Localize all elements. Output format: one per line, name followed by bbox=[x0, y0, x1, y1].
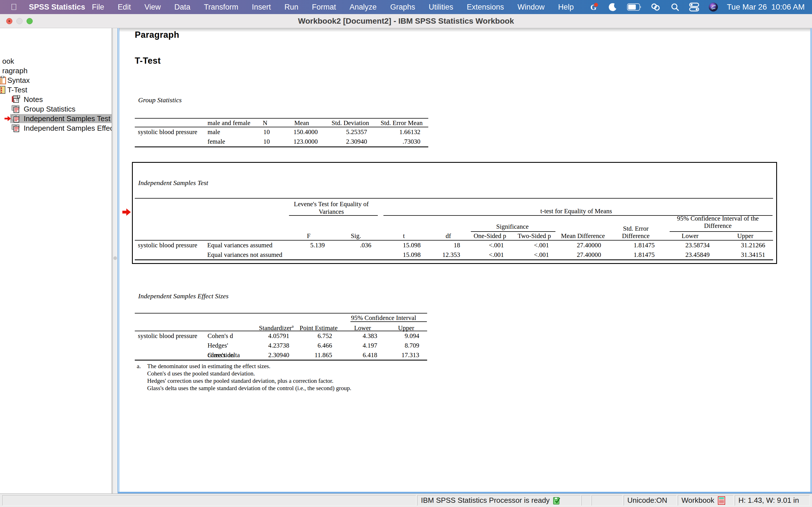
cursor-dimensions-text: H: 1.43, W: 9.01 in bbox=[735, 496, 802, 505]
col-header-lower: Lower bbox=[663, 232, 718, 240]
menu-items: File Edit View Data Transform Insert Run… bbox=[85, 0, 580, 14]
status-processor-cell: IBM SPSS Statistics Processor is ready bbox=[417, 495, 581, 506]
menu-analyze[interactable]: Analyze bbox=[343, 0, 384, 14]
menu-window[interactable]: Window bbox=[511, 0, 552, 14]
table-row: Glass's delta 2.30940 11.865 6.418 17.31… bbox=[135, 350, 427, 360]
menu-bar:  SPSS Statistics File Edit View Data Tr… bbox=[0, 0, 812, 14]
status-cell-small-2 bbox=[592, 495, 622, 506]
col-header-group: male and female bbox=[205, 119, 252, 127]
ttest-output-icon bbox=[0, 86, 7, 94]
sidebar-item-group-statistics[interactable]: Group Statistics bbox=[0, 104, 112, 114]
table-row: Hedges' correction 4.23738 6.466 4.197 8… bbox=[135, 341, 427, 350]
workbook-mode-text: Workbook bbox=[678, 496, 718, 505]
col-header-standardizer: Standardizera bbox=[255, 323, 297, 332]
sidebar-item-independent-samples-effect-sizes[interactable]: Independent Samples Effec bbox=[0, 123, 112, 133]
menu-edit[interactable]: Edit bbox=[111, 0, 138, 14]
col-header-one-sided-p: One-Sided p bbox=[468, 232, 512, 240]
sidebar-item-workbook[interactable]: ook bbox=[0, 56, 112, 66]
col-header-sig: Sig. bbox=[333, 232, 379, 240]
status-cell-empty bbox=[2, 495, 416, 506]
table-row: systolic blood pressure Equal variances … bbox=[135, 240, 773, 250]
col-header-df: df bbox=[428, 232, 468, 240]
menu-format[interactable]: Format bbox=[305, 0, 343, 14]
output-heading-paragraph: Paragraph bbox=[135, 30, 179, 40]
svg-text:i: i bbox=[14, 99, 15, 103]
battery-icon[interactable] bbox=[627, 2, 642, 12]
apple-menu-icon[interactable]:  bbox=[11, 0, 17, 14]
do-not-disturb-moon-icon[interactable] bbox=[608, 2, 618, 12]
menu-graphs[interactable]: Graphs bbox=[384, 0, 422, 14]
effect-sizes-footnotes: a. The denominator used in estimating th… bbox=[137, 362, 351, 392]
spss-workbook-window:  SPSS Statistics File Edit View Data Tr… bbox=[0, 0, 812, 507]
status-dimensions-cell: H: 1.43, W: 9.01 in bbox=[735, 495, 810, 506]
col-header-std-error-difference: Std. Error Difference bbox=[609, 225, 663, 240]
menu-data[interactable]: Data bbox=[167, 0, 197, 14]
spanner-ttest: t-test for Equality of Means bbox=[379, 207, 773, 215]
table-row: systolic blood pressure male 10 150.4000… bbox=[135, 127, 428, 137]
selected-output-arrow-icon bbox=[122, 209, 131, 216]
splitter-grip[interactable] bbox=[113, 256, 117, 260]
group-statistics-table: male and female N Mean Std. Deviation St… bbox=[135, 118, 428, 147]
menu-extensions[interactable]: Extensions bbox=[460, 0, 511, 14]
col-header-n: N bbox=[252, 119, 278, 127]
workbook-mode-icon bbox=[718, 496, 725, 505]
menu-transform[interactable]: Transform bbox=[197, 0, 245, 14]
processor-ready-icon bbox=[553, 496, 561, 505]
spotlight-search-icon[interactable] bbox=[670, 2, 680, 12]
menu-run[interactable]: Run bbox=[278, 0, 305, 14]
notes-icon: i bbox=[11, 95, 21, 104]
table-output-icon bbox=[11, 105, 21, 113]
table-row: female 10 123.0000 2.30940 .73030 bbox=[135, 137, 428, 147]
col-header-upper: Upper bbox=[718, 232, 773, 240]
col-header-two-sided-p: Two-Sided p bbox=[512, 232, 557, 240]
menu-help[interactable]: Help bbox=[552, 0, 581, 14]
col-header-std-deviation: Std. Deviation bbox=[326, 119, 375, 127]
group-statistics-title: Group Statistics bbox=[138, 96, 182, 104]
grammarly-icon[interactable]: G bbox=[589, 2, 599, 12]
col-header-std-error-mean: Std. Error Mean bbox=[375, 119, 428, 127]
footnote-marker: a. bbox=[137, 362, 147, 370]
sidebar-item-paragraph[interactable]: ragraph bbox=[0, 66, 112, 75]
col-header-t: t bbox=[379, 232, 428, 240]
table-row: systolic blood pressure Cohen's d 4.0579… bbox=[135, 331, 427, 341]
col-header-mean-difference: Mean Difference bbox=[557, 232, 609, 240]
status-workbook-cell: Workbook bbox=[678, 495, 733, 506]
control-center-icon[interactable] bbox=[689, 2, 699, 12]
spanner-levene: Levene's Test for Equality of Variances bbox=[285, 200, 378, 216]
content-top-shadow bbox=[119, 28, 810, 32]
status-bar: IBM SPSS Statistics Processor is ready U… bbox=[0, 494, 812, 507]
independent-samples-test-table: Levene's Test for Equality of Variances … bbox=[135, 198, 773, 261]
table-output-icon bbox=[11, 124, 21, 132]
menu-view[interactable]: View bbox=[138, 0, 167, 14]
current-item-arrow-icon bbox=[4, 116, 11, 121]
output-heading-ttest: T-Test bbox=[135, 56, 161, 66]
sidebar-item-notes[interactable]: i Notes bbox=[0, 95, 112, 104]
menu-file[interactable]: File bbox=[85, 0, 111, 14]
col-header-f: F bbox=[285, 232, 333, 240]
unicode-status-text: Unicode:ON bbox=[624, 496, 671, 505]
menu-status-area: G Tue Mar 26 10:06 AM bbox=[580, 0, 812, 14]
window-title: Workbook2 [Document2] - IBM SPSS Statist… bbox=[0, 14, 812, 28]
status-cell-small-1 bbox=[581, 495, 591, 506]
content-focus-border-left bbox=[117, 28, 119, 494]
menu-insert[interactable]: Insert bbox=[245, 0, 278, 14]
col-header-mean: Mean bbox=[278, 119, 326, 127]
independent-samples-test-title: Independent Samples Test bbox=[138, 179, 208, 187]
content-focus-border-right bbox=[810, 28, 812, 494]
status-unicode-cell: Unicode:ON bbox=[624, 495, 677, 506]
syntax-icon bbox=[0, 76, 7, 84]
pane-splitter[interactable] bbox=[113, 28, 117, 494]
sidebar-item-independent-samples-test[interactable]: Independent Samples Test bbox=[0, 114, 112, 123]
table-output-icon bbox=[11, 114, 21, 123]
menu-clock[interactable]: Tue Mar 26 10:06 AM bbox=[727, 3, 805, 11]
sidebar-item-syntax[interactable]: Syntax bbox=[0, 75, 112, 85]
siri-icon[interactable] bbox=[708, 2, 718, 12]
spanner-ci: 95% Confidence Interval bbox=[340, 314, 427, 322]
menu-utilities[interactable]: Utilities bbox=[422, 0, 460, 14]
effect-sizes-title: Independent Samples Effect Sizes bbox=[138, 292, 229, 300]
processor-status-text: IBM SPSS Statistics Processor is ready bbox=[417, 496, 553, 505]
title-bar: Workbook2 [Document2] - IBM SPSS Statist… bbox=[0, 14, 812, 28]
app-menu[interactable]: SPSS Statistics bbox=[29, 3, 86, 11]
link-icon[interactable] bbox=[651, 2, 661, 12]
sidebar-item-ttest[interactable]: T-Test bbox=[0, 85, 112, 95]
